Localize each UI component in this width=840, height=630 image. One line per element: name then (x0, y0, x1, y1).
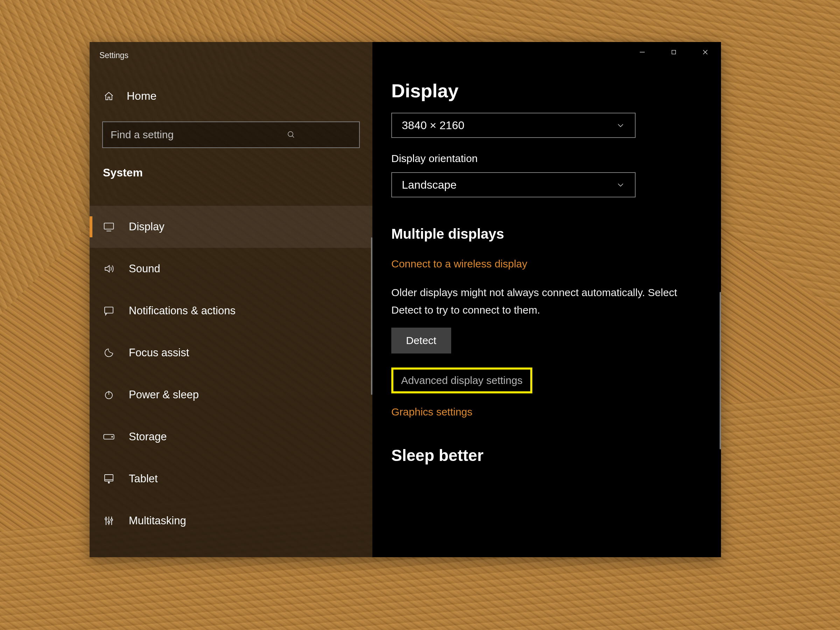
connect-wireless-display-link[interactable]: Connect to a wireless display (391, 258, 527, 270)
sidebar-item-notifications[interactable]: Notifications & actions (90, 290, 373, 332)
home-icon (103, 90, 115, 102)
chevron-down-icon (614, 119, 627, 131)
multitasking-icon (103, 515, 115, 527)
graphics-settings-link[interactable]: Graphics settings (391, 406, 472, 418)
sound-icon (103, 263, 115, 275)
detect-button[interactable]: Detect (391, 328, 451, 354)
minimize-button[interactable] (627, 42, 658, 62)
window-controls (627, 42, 721, 62)
resolution-dropdown[interactable]: 3840 × 2160 (391, 113, 636, 138)
maximize-button[interactable] (658, 42, 690, 62)
sidebar-item-label: Tablet (129, 472, 158, 485)
search-placeholder: Find a setting (111, 129, 231, 141)
sidebar-item-storage[interactable]: Storage (90, 416, 373, 458)
search-input[interactable]: Find a setting (102, 122, 360, 148)
resolution-value: 3840 × 2160 (402, 119, 464, 132)
close-button[interactable] (690, 42, 721, 62)
page-body: Display 3840 × 2160 Display orientation … (391, 42, 721, 465)
sidebar-item-focus-assist[interactable]: Focus assist (90, 332, 373, 374)
sleep-better-heading: Sleep better (391, 446, 721, 465)
svg-rect-19 (672, 51, 676, 54)
sidebar-item-tablet[interactable]: Tablet (90, 458, 373, 500)
sidebar: Settings Home Find a setting System (90, 42, 373, 557)
page-title: Display (391, 80, 721, 101)
sidebar-item-sound[interactable]: Sound (90, 248, 373, 290)
content-scrollbar[interactable] (720, 292, 721, 449)
focus-assist-icon (103, 347, 115, 359)
svg-point-15 (105, 518, 107, 520)
sidebar-item-label: Notifications & actions (129, 305, 235, 317)
sidebar-nav: Display Sound Notifications & actions (90, 206, 373, 542)
svg-point-17 (111, 519, 112, 521)
sidebar-category: System (103, 166, 373, 179)
sidebar-item-power-sleep[interactable]: Power & sleep (90, 374, 373, 416)
svg-rect-4 (105, 307, 113, 313)
content-pane: Display 3840 × 2160 Display orientation … (373, 42, 721, 557)
sidebar-item-label: Display (129, 221, 164, 233)
svg-point-11 (108, 482, 109, 483)
sidebar-item-display[interactable]: Display (90, 206, 373, 248)
svg-rect-9 (105, 475, 113, 481)
nav-home[interactable]: Home (90, 90, 373, 103)
detect-button-label: Detect (406, 335, 436, 346)
sidebar-item-label: Sound (129, 262, 160, 275)
sidebar-item-label: Power & sleep (129, 388, 199, 401)
svg-point-16 (108, 521, 109, 523)
power-sleep-icon (103, 389, 115, 401)
notifications-icon (103, 305, 115, 317)
sidebar-item-label: Multitasking (129, 515, 186, 527)
svg-line-1 (292, 136, 294, 137)
orientation-dropdown[interactable]: Landscape (391, 172, 636, 197)
nav-home-label: Home (127, 90, 156, 103)
orientation-value: Landscape (402, 178, 457, 191)
tablet-icon (103, 473, 115, 485)
multiple-displays-heading: Multiple displays (391, 226, 721, 242)
sidebar-item-label: Storage (129, 431, 167, 443)
sidebar-item-multitasking[interactable]: Multitasking (90, 500, 373, 542)
settings-window: Settings Home Find a setting System (90, 42, 721, 557)
display-icon (103, 221, 115, 233)
svg-point-8 (112, 436, 113, 437)
window-title: Settings (99, 51, 128, 60)
svg-rect-2 (104, 223, 114, 229)
chevron-down-icon (614, 179, 627, 191)
orientation-label: Display orientation (391, 153, 721, 164)
svg-point-0 (288, 132, 293, 136)
sidebar-item-label: Focus assist (129, 346, 189, 359)
detect-description: Older displays might not always connect … (391, 284, 678, 319)
search-icon (231, 129, 351, 141)
window-title-area: Settings (90, 42, 373, 61)
advanced-display-settings-link[interactable]: Advanced display settings (391, 368, 532, 393)
storage-icon (103, 431, 115, 443)
